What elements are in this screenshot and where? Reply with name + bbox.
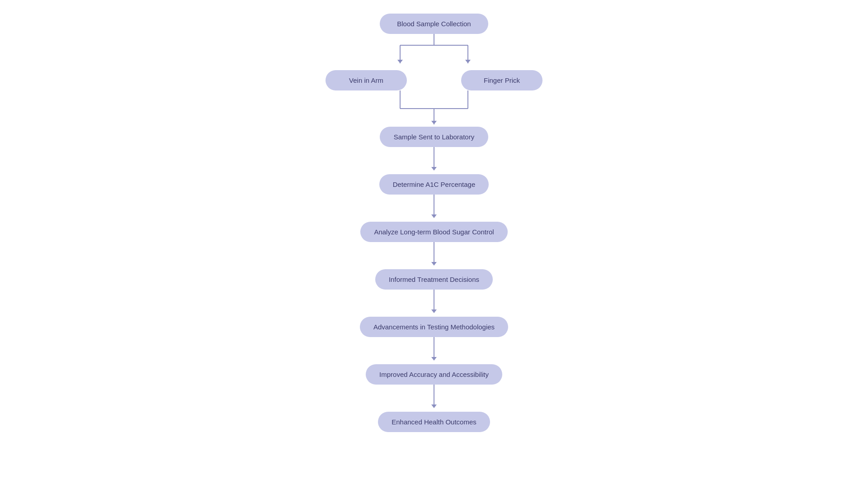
node-vein-in-arm-label: Vein in Arm <box>349 76 383 84</box>
node-determine-a1c-label: Determine A1C Percentage <box>393 181 476 188</box>
svg-marker-20 <box>431 357 437 361</box>
svg-marker-22 <box>431 404 437 408</box>
svg-marker-18 <box>431 309 437 313</box>
node-enhanced-label: Enhanced Health Outcomes <box>392 418 476 426</box>
node-informed-label: Informed Treatment Decisions <box>389 276 479 283</box>
node-improved: Improved Accuracy and Accessibility <box>366 364 502 385</box>
connector-4 <box>429 290 439 317</box>
node-determine-a1c: Determine A1C Percentage <box>379 174 489 195</box>
connector-1 <box>429 147 439 174</box>
node-sample-sent-label: Sample Sent to Laboratory <box>394 133 474 141</box>
node-finger-prick-label: Finger Prick <box>484 76 520 84</box>
svg-marker-10 <box>431 121 437 124</box>
connector-2 <box>429 195 439 222</box>
connector-3 <box>429 242 439 269</box>
branch-out-svg <box>362 34 506 70</box>
node-advancements: Advancements in Testing Methodologies <box>360 317 508 337</box>
node-improved-label: Improved Accuracy and Accessibility <box>379 371 489 378</box>
connector-6 <box>429 385 439 412</box>
svg-marker-14 <box>431 214 437 218</box>
svg-marker-12 <box>431 167 437 171</box>
flowchart: Blood Sample Collection Vein in Arm Fing… <box>326 9 542 432</box>
svg-marker-4 <box>397 60 403 63</box>
node-finger-prick: Finger Prick <box>461 70 542 90</box>
branch-merge-svg <box>362 90 506 127</box>
node-enhanced: Enhanced Health Outcomes <box>378 412 490 432</box>
node-blood-sample: Blood Sample Collection <box>380 14 488 34</box>
svg-marker-16 <box>431 262 437 266</box>
node-analyze-label: Analyze Long-term Blood Sugar Control <box>374 228 494 236</box>
node-vein-in-arm: Vein in Arm <box>326 70 407 90</box>
node-blood-sample-label: Blood Sample Collection <box>397 20 471 28</box>
node-sample-sent: Sample Sent to Laboratory <box>380 127 488 147</box>
branch-nodes: Vein in Arm Finger Prick <box>326 70 542 90</box>
connector-5 <box>429 337 439 364</box>
node-informed: Informed Treatment Decisions <box>375 269 493 290</box>
node-analyze: Analyze Long-term Blood Sugar Control <box>360 222 507 242</box>
node-advancements-label: Advancements in Testing Methodologies <box>373 323 495 331</box>
svg-marker-5 <box>465 60 471 63</box>
